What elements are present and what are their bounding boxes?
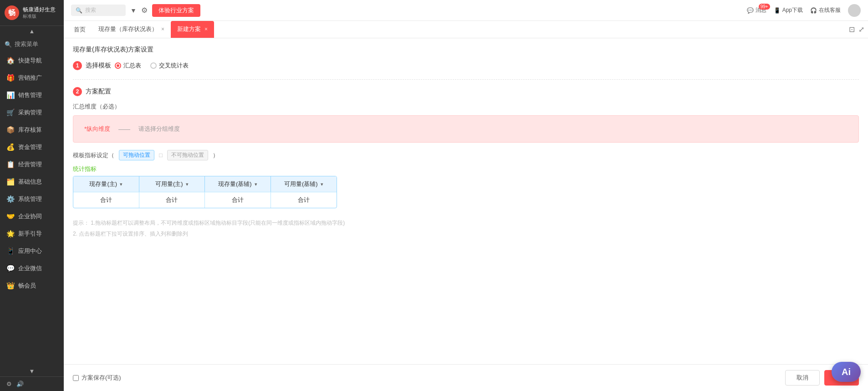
online-support-btn[interactable]: 🎧 在线客服 — [810, 6, 841, 14]
stats-col2-header[interactable]: 可用量(主) ▾ — [139, 176, 205, 192]
save-label: 方案保存(可选) — [82, 374, 121, 382]
sidebar-item-label: 库存核算 — [18, 126, 42, 134]
search-bar-icon: 🔍 — [76, 7, 82, 14]
tab-new-plan-label: 新建方案 — [177, 25, 201, 33]
ai-bubble[interactable]: Ai — [832, 362, 861, 382]
sidebar-item-appcenter[interactable]: 📱 应用中心 — [0, 242, 64, 260]
content-area: 现存量(库存状况表)方案设置 1 选择模板 汇总表 交叉统计表 — [64, 38, 868, 364]
stats-col1-header[interactable]: 现存量(主) ▾ — [73, 176, 139, 192]
sidebar-item-stock[interactable]: 📦 库存核算 — [0, 121, 64, 139]
sidebar-item-label: 企业协同 — [18, 212, 42, 221]
radio-summary[interactable]: 汇总表 — [115, 62, 141, 70]
step1-section: 1 选择模板 汇总表 交叉统计表 — [73, 61, 859, 70]
header-search-bar[interactable]: 🔍 搜索 — [71, 5, 126, 16]
radio-summary-label: 汇总表 — [123, 62, 141, 70]
stats-col2-label: 可用量(主) — [155, 180, 183, 188]
content-inner: 现存量(库存状况表)方案设置 1 选择模板 汇总表 交叉统计表 — [64, 38, 868, 364]
sidebar-scroll-up[interactable]: ▲ — [0, 26, 64, 36]
save-checkbox-label[interactable]: 方案保存(可选) — [73, 374, 121, 382]
stats-col3-label: 现存量(基辅) — [218, 180, 252, 188]
star-icon: 🌟 — [6, 230, 15, 238]
sidebar-item-label: 快捷导航 — [18, 57, 42, 65]
tab-home-label: 首页 — [74, 26, 86, 34]
footer: 方案保存(可选) 取消 查询 — [64, 364, 868, 391]
tab-inventory-close[interactable]: × — [161, 26, 164, 32]
vertical-dim-label: *纵向维度 — [84, 125, 110, 133]
phone-icon: 📱 — [774, 7, 781, 14]
sidebar-item-wechat[interactable]: 💬 企业微信 — [0, 260, 64, 277]
trial-btn[interactable]: 体验行业方案 — [152, 4, 200, 17]
col3-chevron-icon: ▾ — [255, 181, 257, 187]
sidebar-item-label: 资金管理 — [18, 143, 42, 151]
app-download-btn[interactable]: 📱 App下载 — [774, 6, 803, 14]
ai-bubble-label: Ai — [842, 367, 851, 377]
sidebar-logo: 畅 畅康通好生意 标准版 — [0, 0, 64, 26]
header-left: 🔍 搜索 ▼ ⚙ 体验行业方案 — [71, 4, 200, 17]
indicator-sep: □ — [159, 152, 163, 159]
dimension-box[interactable]: *纵向维度 —— 请选择分组维度 — [73, 115, 859, 143]
header-gear-btn[interactable]: ⚙ — [141, 6, 148, 15]
sidebar-item-newuser[interactable]: 🌟 新手引导 — [0, 225, 64, 242]
app-download-label: App下载 — [782, 6, 803, 14]
sidebar-search[interactable]: 🔍 搜索菜单 — [0, 36, 64, 52]
sidebar-item-sales[interactable]: 📊 销售管理 — [0, 87, 64, 104]
tab-restore-btn[interactable]: ⊡ — [849, 25, 855, 34]
sidebar-item-quick-nav[interactable]: 🏠 快捷导航 — [0, 52, 64, 69]
stats-col4-label: 可用量(基辅) — [284, 180, 318, 188]
tab-inventory-status[interactable]: 现存量（库存状况表） × — [92, 21, 171, 38]
col2-chevron-icon: ▾ — [186, 181, 189, 187]
stats-col3-header[interactable]: 现存量(基辅) ▾ — [205, 176, 271, 192]
step2-section: 2 方案配置 汇总维度（必选） *纵向维度 —— 请选择分组维度 模板指标设定（… — [73, 87, 859, 239]
messages-badge: 99+ — [759, 4, 770, 10]
stats-table-row: 合计 合计 合计 合计 — [73, 192, 337, 208]
tab-expand-btn[interactable]: ⤢ — [858, 25, 864, 34]
sidebar-item-system[interactable]: ⚙️ 系统管理 — [0, 190, 64, 208]
sidebar-item-label: 销售管理 — [18, 91, 42, 99]
radio-summary-circle — [115, 62, 121, 69]
dim-separator: —— — [118, 126, 130, 133]
tip1: 提示： 1.拖动标题栏可以调整布局，不可跨维度或指标区域拖动标目字段(只能在同一… — [73, 217, 859, 228]
tab-home[interactable]: 首页 — [67, 21, 92, 38]
sidebar-item-vip[interactable]: 👑 畅会员 — [0, 277, 64, 294]
online-support-label: 在线客服 — [819, 6, 841, 14]
radio-cross-label: 交叉统计表 — [159, 62, 189, 70]
sidebar-search-label: 搜索菜单 — [15, 40, 38, 48]
search-icon: 🔍 — [5, 41, 12, 48]
mobile-icon: 📱 — [6, 247, 15, 255]
step2-badge: 2 — [73, 87, 82, 96]
indicator-settings: 模板指标设定（ 可拖动位置 □ 不可拖动位置 ） 统计指标 现存量(主) ▾ — [73, 150, 859, 208]
cancel-button[interactable]: 取消 — [785, 370, 820, 386]
radio-cross[interactable]: 交叉统计表 — [150, 62, 189, 70]
dim-placeholder: 请选择分组维度 — [138, 125, 180, 133]
sidebar: 畅 畅康通好生意 标准版 ▲ 🔍 搜索菜单 🏠 快捷导航 🎁 营销推广 📊 销售… — [0, 0, 64, 391]
step2-header: 2 方案配置 — [73, 87, 859, 96]
header-dropdown-btn[interactable]: ▼ — [130, 7, 137, 14]
sidebar-scroll-down[interactable]: ▼ — [0, 366, 64, 376]
tab-inventory-label: 现存量（库存状况表） — [98, 25, 158, 33]
sidebar-item-purchase[interactable]: 🛒 采购管理 — [0, 104, 64, 121]
avatar[interactable] — [848, 4, 861, 17]
tab-new-plan[interactable]: 新建方案 × — [171, 21, 214, 38]
save-checkbox[interactable] — [73, 375, 79, 381]
sidebar-item-finance[interactable]: 💰 资金管理 — [0, 139, 64, 156]
tab-new-plan-close[interactable]: × — [204, 26, 208, 32]
sidebar-item-marketing[interactable]: 🎁 营销推广 — [0, 69, 64, 87]
indicator-settings-label: 模板指标设定（ — [73, 151, 114, 159]
settings-gear-icon[interactable]: ⚙ — [6, 381, 12, 387]
sidebar-item-ops[interactable]: 📋 经营管理 — [0, 156, 64, 173]
header: 🔍 搜索 ▼ ⚙ 体验行业方案 💬 消息 99+ 📱 App下载 🎧 在线客服 — [64, 0, 868, 21]
settings-icon: ⚙️ — [6, 195, 15, 203]
stats-col4-header[interactable]: 可用量(基辅) ▾ — [271, 176, 337, 192]
stats-col1-label: 现存量(主) — [89, 180, 117, 188]
clipboard-icon: 📋 — [6, 160, 15, 169]
messages-btn[interactable]: 💬 消息 99+ — [747, 6, 766, 14]
sidebar-item-label: 经营管理 — [18, 160, 42, 169]
crown-icon: 👑 — [6, 282, 15, 290]
divider-1 — [73, 79, 859, 80]
volume-icon[interactable]: 🔊 — [16, 381, 24, 387]
sidebar-item-label: 营销推广 — [18, 74, 42, 82]
app-logo-icon: 畅 — [5, 5, 19, 20]
sidebar-item-enterprise[interactable]: 🤝 企业协同 — [0, 208, 64, 225]
sidebar-item-basic[interactable]: 🗂️ 基础信息 — [0, 173, 64, 190]
sidebar-item-label: 采购管理 — [18, 108, 42, 117]
